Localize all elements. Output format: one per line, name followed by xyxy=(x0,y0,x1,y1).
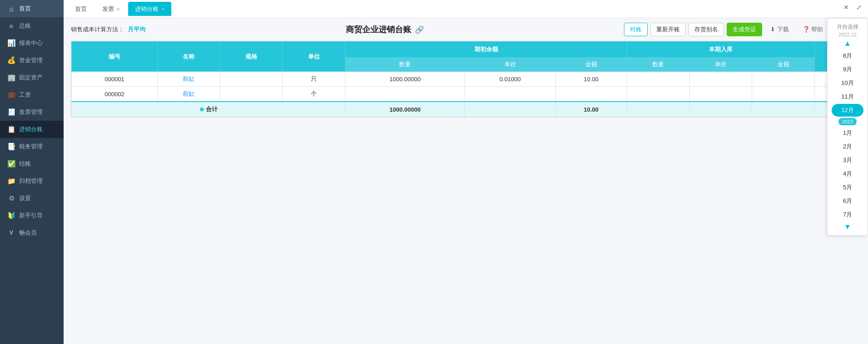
sidebar: ⌂ 首页 ≡ 总账 📊 报表中心 💰 资金管理 🏢 固定资产 💼 工资 🧾 发票… xyxy=(0,0,64,344)
page-title-area: 商贸企业进销台账 🔗 xyxy=(346,24,424,35)
home-icon: ⌂ xyxy=(7,5,15,13)
cell-open-qty: 1000.00000 xyxy=(345,72,465,87)
help-button[interactable]: ❓ 帮助 xyxy=(797,23,829,36)
settings-icon: ⚙ xyxy=(7,194,15,202)
window-expand-button[interactable]: ⤢ xyxy=(854,3,863,12)
sidebar-item-close[interactable]: ✅ 结账 xyxy=(0,155,64,172)
cell-in-amount xyxy=(752,72,815,87)
col-header-code: 编号 xyxy=(72,42,158,72)
cell-unit: 个 xyxy=(283,87,345,102)
col-sub-in-qty: 数量 xyxy=(627,58,689,72)
sidebar-item-finance[interactable]: 💰 资金管理 xyxy=(0,52,64,69)
sidebar-item-payroll[interactable]: 💼 工资 xyxy=(0,86,64,103)
col-header-name: 名称 xyxy=(157,42,220,72)
page-title: 商贸企业进销台账 xyxy=(346,24,411,35)
member-icon: V xyxy=(7,230,15,236)
tab-invoice[interactable]: 发票 × xyxy=(95,2,126,16)
month-item-2[interactable]: 2月 xyxy=(832,140,863,153)
cell-in-price xyxy=(689,87,752,102)
total-open-amount: 10.00 xyxy=(555,102,627,117)
cell-unit: 只 xyxy=(283,72,345,87)
guide-icon: 🔰 xyxy=(7,211,15,220)
cell-open-amount xyxy=(555,87,627,102)
month-scroll-down[interactable]: ▼ xyxy=(842,221,853,232)
page-content: 销售成本计算方法： 月平均 商贸企业进销台账 🔗 对账 重新开账 存货别名 生成… xyxy=(64,18,868,344)
cell-in-price xyxy=(689,72,752,87)
sidebar-item-member[interactable]: V 畅会员 xyxy=(0,224,64,241)
col-sub-in-amount: 金额 xyxy=(752,58,815,72)
sidebar-item-settings[interactable]: ⚙ 设置 xyxy=(0,190,64,207)
top-bar: 销售成本计算方法： 月平均 商贸企业进销台账 🔗 对账 重新开账 存货别名 生成… xyxy=(71,23,861,36)
generate-voucher-button[interactable]: 生成凭证 xyxy=(727,23,762,36)
month-item-6[interactable]: 6月 xyxy=(832,195,863,207)
cell-open-amount: 10.00 xyxy=(555,72,627,87)
col-sub-open-qty: 数量 xyxy=(345,58,465,72)
month-panel-year-2022: 2022.12 xyxy=(838,32,857,37)
ledger-icon: ≡ xyxy=(7,22,15,30)
cell-open-price: 0.01000 xyxy=(465,72,555,87)
sidebar-item-home[interactable]: ⌂ 首页 xyxy=(0,0,64,17)
col-group-period-opening: 期初余额 xyxy=(345,42,627,58)
tab-home[interactable]: 首页 xyxy=(68,2,94,16)
tab-inventory-close[interactable]: × xyxy=(161,6,164,12)
tab-invoice-close[interactable]: × xyxy=(117,6,120,12)
total-open-qty: 1000.00000 xyxy=(345,102,465,117)
total-open-price xyxy=(465,102,555,117)
month-item-5[interactable]: 5月 xyxy=(832,181,863,194)
cell-in-qty xyxy=(627,72,689,87)
sidebar-item-archive[interactable]: 📁 归档管理 xyxy=(0,172,64,190)
assets-icon: 🏢 xyxy=(7,74,15,82)
month-item-8[interactable]: 8月 xyxy=(832,49,863,62)
tax-icon: 📑 xyxy=(7,143,15,151)
tab-inventory[interactable]: 进销台账 × xyxy=(128,2,171,16)
year-2023-badge: 2023 xyxy=(838,118,857,125)
month-item-1[interactable]: 1月 xyxy=(832,127,863,139)
sidebar-item-reports[interactable]: 📊 报表中心 xyxy=(0,34,64,52)
month-panel-title: 月份选择 xyxy=(837,21,858,32)
window-controls: ✕ ⤢ xyxy=(842,3,863,12)
cell-spec xyxy=(220,72,283,87)
col-sub-in-price: 单价 xyxy=(689,58,752,72)
inventory-icon: 📋 xyxy=(7,125,15,133)
month-item-7[interactable]: 7月 xyxy=(832,208,863,221)
sidebar-item-invoice-mgmt[interactable]: 🧾 发票管理 xyxy=(0,103,64,121)
cell-spec xyxy=(220,87,283,102)
table-row[interactable]: 000001 前缸 只 1000.00000 0.01000 10.00 xyxy=(72,72,860,87)
total-icon: ⊕ xyxy=(200,106,204,113)
cell-in-qty xyxy=(627,87,689,102)
sidebar-item-inventory[interactable]: 📋 进销台账 xyxy=(0,121,64,138)
month-item-12[interactable]: 12月 xyxy=(832,104,863,117)
download-button[interactable]: ⬇ 下载 xyxy=(765,23,794,36)
col-header-spec: 规格 xyxy=(220,42,283,72)
inventory-table: 编号 名称 规格 单位 期初余额 本期入库 数 数量 单价 金额 数量 单价 xyxy=(71,41,860,117)
month-item-3[interactable]: 3月 xyxy=(832,154,863,167)
month-item-10[interactable]: 10月 xyxy=(832,77,863,89)
close-ledger-icon: ✅ xyxy=(7,160,15,168)
month-item-11[interactable]: 11月 xyxy=(832,90,863,103)
cell-code: 000001 xyxy=(72,72,158,87)
tab-bar: 首页 发票 × 进销台账 × ✕ ⤢ xyxy=(64,0,868,18)
total-in-qty xyxy=(627,102,689,117)
archive-icon: 📁 xyxy=(7,177,15,185)
cell-name: 前缸 xyxy=(157,87,220,102)
title-link-icon[interactable]: 🔗 xyxy=(415,25,424,34)
month-scroll-up[interactable]: ▲ xyxy=(842,38,853,49)
save-alias-button[interactable]: 存货别名 xyxy=(688,23,724,36)
window-close-button[interactable]: ✕ xyxy=(842,3,851,12)
help-icon: ❓ xyxy=(803,26,810,33)
col-header-unit: 单位 xyxy=(283,42,345,72)
total-row: ⊕ 合计 1000.00000 10.00 xyxy=(72,102,860,117)
total-in-price xyxy=(689,102,752,117)
reconcile-button[interactable]: 对账 xyxy=(624,23,648,36)
sidebar-item-assets[interactable]: 🏢 固定资产 xyxy=(0,69,64,86)
month-item-4[interactable]: 4月 xyxy=(832,167,863,180)
cell-code: 000002 xyxy=(72,87,158,102)
month-item-9[interactable]: 9月 xyxy=(832,63,863,76)
table-row[interactable]: 000002 前缸 个 xyxy=(72,87,860,102)
sidebar-item-tax[interactable]: 📑 税务管理 xyxy=(0,138,64,155)
cost-method: 销售成本计算方法： 月平均 xyxy=(71,25,145,34)
sidebar-item-ledger[interactable]: ≡ 总账 xyxy=(0,17,64,34)
sidebar-item-guide[interactable]: 🔰 新手引导 xyxy=(0,207,64,224)
reopen-button[interactable]: 重新开账 xyxy=(650,23,686,36)
col-sub-open-amount: 金额 xyxy=(555,58,627,72)
